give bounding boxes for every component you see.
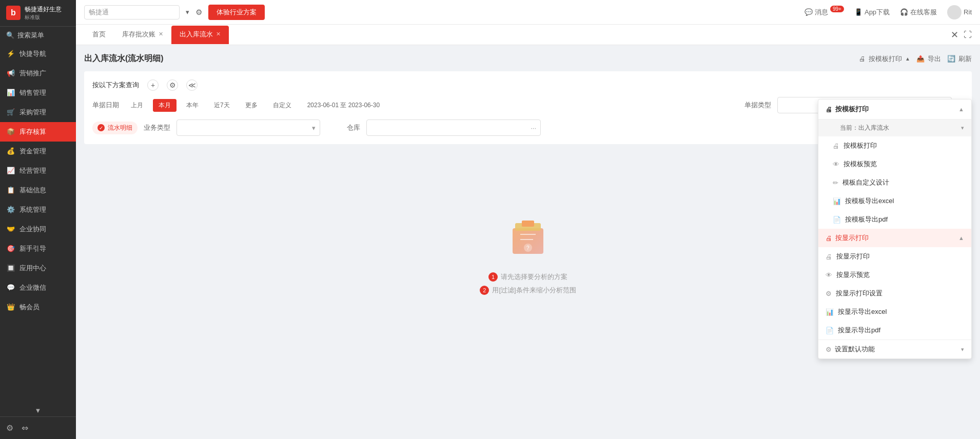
app-download-button[interactable]: 📱 App下载 — [854, 8, 890, 17]
filter-add-button[interactable]: + — [147, 79, 159, 91]
sidebar-item-basic[interactable]: 📋 基础信息 — [0, 181, 76, 200]
warehouse-input[interactable]: ··· — [366, 119, 541, 136]
dropdown-item-label: 按模板导出excel — [845, 196, 894, 206]
template-excel-icon: 📊 — [833, 197, 841, 205]
warehouse-label: 仓库 — [347, 123, 360, 132]
date-btn-more[interactable]: 更多 — [240, 99, 263, 112]
dropdown-item-template-print[interactable]: 🖨 按模板打印 — [818, 136, 971, 155]
settings-bottom-icon[interactable]: ⚙ — [6, 423, 13, 433]
dropdown-current-chevron[interactable]: ▾ — [961, 125, 964, 131]
sidebar-item-guide[interactable]: 🎯 新手引导 — [0, 239, 76, 258]
dropdown-item-display-settings[interactable]: ⚙ 按显示打印设置 — [818, 284, 971, 303]
date-btn-current-month[interactable]: 本月 — [153, 99, 177, 112]
message-badge: 99+ — [830, 6, 844, 12]
tab-batch[interactable]: 库存批次账 ✕ — [114, 26, 171, 44]
sidebar-nav: ⚡ 快捷导航 📢 营销推广 📊 销售管理 🛒 采购管理 📦 库存核算 💰 资金管… — [0, 44, 76, 405]
date-range-display: 2023-06-01 至 2023-06-30 — [307, 101, 380, 110]
filter-tag-label: 流水明细 — [108, 124, 132, 132]
app-name: 畅捷通好生意 — [25, 5, 62, 14]
date-filter-label: 单据日期 — [92, 101, 119, 110]
dropdown-item-display-preview[interactable]: 👁 按显示预览 — [818, 266, 971, 284]
sidebar-bottom: ⚙ ⇔ — [0, 416, 76, 439]
print-chevron-up-icon: ▲ — [905, 56, 910, 62]
online-service-icon: 🎧 — [900, 8, 908, 16]
app-download-label: App下载 — [865, 8, 890, 17]
template-pdf-icon: 📄 — [833, 216, 841, 224]
sidebar-item-wechat[interactable]: 💬 企业微信 — [0, 278, 76, 297]
maximize-window-icon[interactable]: ⛶ — [964, 30, 972, 39]
header-dropdown-icon[interactable]: ▾ — [186, 8, 189, 16]
sidebar-item-system[interactable]: ⚙️ 系统管理 — [0, 200, 76, 220]
sidebar-scroll-down[interactable]: ▼ — [0, 405, 76, 416]
sidebar-item-label: 应用中心 — [19, 264, 46, 273]
dropdown-item-label: 按模板导出pdf — [845, 215, 888, 224]
top-header: ▾ ⚙ 体验行业方案 💬 消息 99+ 📱 App下载 🎧 在线客服 Rit — [76, 0, 980, 25]
dropdown-item-label: 按模板打印 — [844, 141, 877, 150]
date-btn-last-7[interactable]: 近7天 — [208, 99, 236, 112]
inventory-icon: 📦 — [6, 127, 15, 136]
header-search-input[interactable] — [84, 5, 180, 19]
date-btn-custom[interactable]: 自定义 — [267, 99, 297, 112]
dropdown-chevron-up-icon[interactable]: ▲ — [958, 106, 964, 112]
tab-flow-close[interactable]: ✕ — [216, 31, 221, 37]
sidebar-item-label: 采购管理 — [19, 108, 46, 117]
filter-config-button[interactable]: ⚙ — [167, 79, 178, 91]
dropdown-item-display-excel[interactable]: 📊 按显示导出excel — [818, 303, 971, 321]
dropdown-item-display-pdf[interactable]: 📄 按显示导出pdf — [818, 321, 971, 340]
date-btn-current-year[interactable]: 本年 — [181, 99, 204, 112]
system-icon: ⚙️ — [6, 205, 15, 214]
sidebar-item-operations[interactable]: 📈 经营管理 — [0, 161, 76, 181]
sidebar-search-label: 搜索菜单 — [17, 31, 44, 40]
close-window-icon[interactable]: ✕ — [951, 29, 958, 41]
export-button[interactable]: 📤 导出 — [916, 54, 941, 64]
sidebar-item-finance[interactable]: 💰 资金管理 — [0, 142, 76, 161]
sidebar-item-inventory[interactable]: 📦 库存核算 — [0, 122, 76, 142]
page-title-bar: 出入库流水(流水明细) 🖨 按模板打印 ▲ 📤 导出 🔄 刷新 — [84, 53, 972, 64]
dropdown-default-func[interactable]: ⚙ 设置默认功能 ▾ — [818, 340, 971, 358]
refresh-button[interactable]: 🔄 刷新 — [947, 54, 972, 64]
print-panel-icon: 🖨 — [826, 106, 832, 113]
business-type-select[interactable]: ▾ — [177, 119, 320, 136]
page-content: 出入库流水(流水明细) 🖨 按模板打印 ▲ 📤 导出 🔄 刷新 — [76, 45, 980, 439]
sidebar-item-member[interactable]: 👑 畅会员 — [0, 297, 76, 317]
date-btn-last-month[interactable]: 上月 — [125, 99, 149, 112]
sidebar-search[interactable]: 🔍 搜索菜单 — [0, 27, 76, 44]
dropdown-item-template-preview[interactable]: 👁 按模板预览 — [818, 155, 971, 173]
search-icon: 🔍 — [6, 31, 14, 39]
empty-step-1: 1 请先选择要分析的方案 — [488, 272, 567, 282]
message-button[interactable]: 💬 消息 99+ — [805, 8, 844, 17]
sidebar-item-apps[interactable]: 🔲 应用中心 — [0, 258, 76, 278]
tab-batch-close[interactable]: ✕ — [159, 31, 163, 37]
sidebar-item-sales[interactable]: 📊 销售管理 — [0, 83, 76, 103]
print-template-dropdown[interactable]: 🖨 按模板打印 ▲ — [859, 54, 910, 64]
dropdown-item-template-pdf[interactable]: 📄 按模板导出pdf — [818, 210, 971, 229]
default-func-icon: ⚙ — [826, 346, 832, 353]
tab-flow[interactable]: 出入库流水 ✕ — [171, 26, 229, 44]
sidebar-item-cooperation[interactable]: 🤝 企业协同 — [0, 220, 76, 239]
guide-icon: 🎯 — [6, 244, 15, 253]
industry-solution-button[interactable]: 体验行业方案 — [208, 5, 265, 20]
collapse-sidebar-icon[interactable]: ⇔ — [22, 423, 28, 433]
dropdown-item-display-print[interactable]: 🖨 按显示打印 — [818, 247, 971, 266]
user-avatar[interactable]: Rit — [947, 5, 972, 19]
empty-step-2: 2 用[过滤]条件来缩小分析范围 — [480, 286, 576, 295]
dropdown-item-template-excel[interactable]: 📊 按模板导出excel — [818, 192, 971, 210]
basic-icon: 📋 — [6, 186, 15, 195]
tabs-bar: 首页 库存批次账 ✕ 出入库流水 ✕ ✕ ⛶ — [76, 25, 980, 45]
dropdown-panel-title: 按模板打印 — [835, 105, 869, 114]
sidebar-item-marketing[interactable]: 📢 营销推广 — [0, 64, 76, 83]
filter-collapse-left-button[interactable]: ≪ — [186, 79, 198, 91]
online-service-button[interactable]: 🎧 在线客服 — [900, 8, 937, 17]
tab-home[interactable]: 首页 — [84, 26, 114, 44]
filter-tag-detail[interactable]: ✓ 流水明细 — [92, 122, 138, 134]
display-print-icon: 🖨 — [826, 253, 832, 261]
sales-icon: 📊 — [6, 88, 15, 97]
default-func-label: 设置默认功能 — [835, 345, 875, 354]
sidebar-item-label: 库存核算 — [19, 127, 46, 136]
dropdown-item-template-custom[interactable]: ✏ 模板自定义设计 — [818, 173, 971, 192]
dropdown-display-section[interactable]: 🖨 按显示打印 ▲ — [818, 229, 971, 247]
header-gear-icon[interactable]: ⚙ — [195, 8, 202, 17]
sidebar-item-purchase[interactable]: 🛒 采购管理 — [0, 103, 76, 122]
sidebar-item-shortcut[interactable]: ⚡ 快捷导航 — [0, 44, 76, 64]
default-func-chevron: ▾ — [961, 346, 964, 353]
